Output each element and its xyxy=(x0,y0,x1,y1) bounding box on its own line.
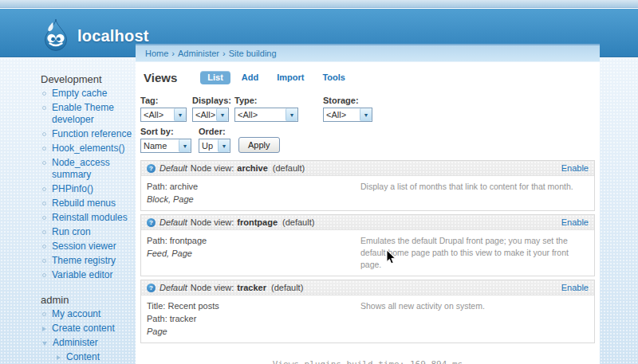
displays-label: Displays: xyxy=(192,96,229,105)
view-row-body: Path: archive Block, Page Display a list… xyxy=(141,176,594,210)
help-icon[interactable]: ? xyxy=(147,284,156,292)
sidebar-item-phpinfo[interactable]: PHPinfo() xyxy=(41,183,135,195)
sidebar-link[interactable]: Run cron xyxy=(52,226,91,238)
chevron-down-icon[interactable]: ▼ xyxy=(360,108,372,121)
breadcrumb-link-site-building[interactable]: Site building xyxy=(229,49,277,58)
chevron-down-icon[interactable]: ▼ xyxy=(286,108,297,121)
filter-group-tag: Tag: <All> ▼ xyxy=(140,96,187,122)
circle-bullet-icon xyxy=(42,273,46,277)
chevron-down-icon[interactable]: ▼ xyxy=(216,108,228,121)
sidebar-item-hook-elements[interactable]: Hook_elements() xyxy=(41,143,135,155)
enable-link[interactable]: Enable xyxy=(561,217,589,227)
view-path: Path: tracker xyxy=(147,312,360,325)
breadcrumb-link-home[interactable]: Home xyxy=(145,49,168,58)
view-suffix: (default) xyxy=(271,283,303,292)
top-strip xyxy=(0,0,638,8)
tab-tools[interactable]: Tools xyxy=(322,72,345,82)
expanded-arrow-icon xyxy=(42,342,47,346)
sidebar-link[interactable]: Enable Theme developer xyxy=(52,102,135,126)
circle-bullet-icon xyxy=(42,312,46,316)
filter-group-order: Order: Up ▼ xyxy=(199,127,230,153)
views-list: ? Default Node view: archive (default) E… xyxy=(140,160,595,343)
view-suffix: (default) xyxy=(282,217,314,227)
sidebar-link[interactable]: Empty cache xyxy=(52,88,107,100)
sidebar-link[interactable]: PHPinfo() xyxy=(52,183,93,195)
view-row-header: ? Default Node view: tracker (default) E… xyxy=(141,280,594,296)
view-details: Title: Recent posts Path: tracker Page xyxy=(147,299,360,338)
sidebar-link[interactable]: Reinstall modules xyxy=(52,212,128,224)
filters: Tag: <All> ▼ Displays: <All> ▼ xyxy=(140,96,595,153)
displays-select[interactable]: <All> ▼ xyxy=(192,108,229,122)
apply-button[interactable]: Apply xyxy=(238,137,280,153)
help-icon[interactable]: ? xyxy=(147,164,156,173)
help-icon[interactable]: ? xyxy=(147,218,156,227)
view-details: Path: archive Block, Page xyxy=(147,180,360,205)
circle-bullet-icon xyxy=(42,230,46,234)
sidebar-item-variable-editor[interactable]: Variable editor xyxy=(41,269,135,281)
sidebar-link[interactable]: Theme registry xyxy=(52,255,116,267)
view-displays: Block, Page xyxy=(147,193,360,205)
sidebar-link[interactable]: Session viewer xyxy=(52,241,116,252)
sidebar-item-rebuild-menus[interactable]: Rebuild menus xyxy=(41,198,135,209)
tag-select[interactable]: <All> ▼ xyxy=(140,108,187,122)
chevron-down-icon[interactable]: ▼ xyxy=(179,139,191,152)
sidebar-item-empty-cache[interactable]: Empty cache xyxy=(41,88,135,100)
circle-bullet-icon xyxy=(42,92,46,96)
drupal-admin-page: localhost Development Empty cache Enable… xyxy=(0,0,638,364)
view-row-tracker: ? Default Node view: tracker (default) E… xyxy=(140,280,595,343)
chevron-down-icon[interactable]: ▼ xyxy=(218,139,230,152)
circle-bullet-icon xyxy=(42,147,46,151)
sidebar-item-theme-registry[interactable]: Theme registry xyxy=(41,255,135,267)
chevron-down-icon[interactable]: ▼ xyxy=(174,108,186,121)
enable-link[interactable]: Enable xyxy=(561,283,589,292)
tab-import[interactable]: Import xyxy=(277,72,304,82)
view-path: Path: frontpage xyxy=(147,234,360,247)
filter-row-2: Sort by: Name ▼ Order: Up ▼ Apply xyxy=(140,127,595,153)
sidebar-item-enable-theme-developer[interactable]: Enable Theme developer xyxy=(41,102,135,126)
view-row-frontpage: ? Default Node view: frontpage (default)… xyxy=(140,214,595,276)
sidebar-item-administer[interactable]: Administer xyxy=(41,337,135,349)
circle-bullet-icon xyxy=(42,245,46,249)
tab-list[interactable]: List xyxy=(200,71,230,84)
sidebar-admin-list: My account Create content Administer Con… xyxy=(41,308,135,364)
circle-bullet-icon xyxy=(42,161,46,165)
sidebar-link[interactable]: Create content xyxy=(52,323,115,335)
sort-by-select[interactable]: Name ▼ xyxy=(140,139,191,153)
sidebar-link[interactable]: Administer xyxy=(53,337,98,349)
sidebar-link[interactable]: Variable editor xyxy=(52,269,113,281)
sidebar-link[interactable]: Content management xyxy=(66,351,135,364)
sidebar-link[interactable]: Rebuild menus xyxy=(52,198,116,209)
breadcrumb-link-administer[interactable]: Administer xyxy=(178,49,219,58)
build-times: Views plugins build time: 169.894 ms Vie… xyxy=(140,359,595,364)
sidebar-link[interactable]: Node_access summary xyxy=(52,157,135,181)
view-kind-label: Node view: xyxy=(191,217,234,227)
order-select[interactable]: Up ▼ xyxy=(199,139,230,153)
sidebar-item-create-content[interactable]: Create content xyxy=(41,323,135,335)
type-select[interactable]: <All> ▼ xyxy=(234,108,298,122)
enable-link[interactable]: Enable xyxy=(561,163,589,173)
sidebar-link[interactable]: Function reference xyxy=(52,128,132,140)
view-row-body: Title: Recent posts Path: tracker Page S… xyxy=(141,296,594,342)
sidebar-item-content-management[interactable]: Content management xyxy=(55,351,135,364)
tag-select-value: <All> xyxy=(141,110,174,119)
breadcrumb: Home›Administer›Site building xyxy=(136,44,600,62)
sidebar-item-run-cron[interactable]: Run cron xyxy=(41,226,135,238)
view-suffix: (default) xyxy=(273,163,305,173)
sidebar-item-node-access-summary[interactable]: Node_access summary xyxy=(41,157,135,181)
view-name: frontpage xyxy=(237,217,278,227)
tab-add[interactable]: Add xyxy=(242,72,258,82)
displays-select-value: <All> xyxy=(193,110,216,119)
order-select-value: Up xyxy=(199,141,218,151)
sidebar-link[interactable]: My account xyxy=(52,308,100,320)
view-default-label: Default xyxy=(160,283,187,292)
sidebar-item-session-viewer[interactable]: Session viewer xyxy=(41,241,135,252)
sidebar-link[interactable]: Hook_elements() xyxy=(52,143,124,155)
type-label: Type: xyxy=(234,96,298,105)
sidebar-item-function-reference[interactable]: Function reference xyxy=(41,128,135,140)
storage-select[interactable]: <All> ▼ xyxy=(323,108,372,122)
sidebar-item-reinstall-modules[interactable]: Reinstall modules xyxy=(41,212,135,224)
sidebar-section-title-development: Development xyxy=(41,73,135,85)
site-name-link[interactable]: localhost xyxy=(77,27,149,45)
title-row: Views List Add Import Tools xyxy=(144,69,595,85)
sidebar-item-my-account[interactable]: My account xyxy=(41,308,135,320)
